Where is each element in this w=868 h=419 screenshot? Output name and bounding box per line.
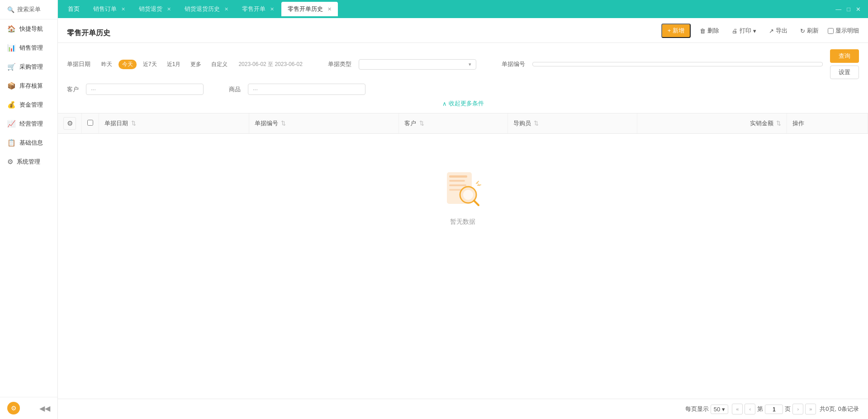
- page-nav: « ‹ 第 1 页 › »: [732, 404, 816, 414]
- page-size-dropdown[interactable]: 50 ▾: [711, 405, 728, 414]
- tab-retail-open[interactable]: 零售开单 ✕: [236, 2, 280, 16]
- sidebar: 🔍 搜索采单 🏠 快捷导航 📊 销售管理 🛒 采购管理 📦 库存核算 💰 资金管…: [0, 0, 58, 419]
- page-number-input[interactable]: 1: [765, 405, 783, 414]
- sidebar-item-base-info[interactable]: 📋 基础信息: [0, 133, 57, 152]
- date-btn-today[interactable]: 今天: [119, 60, 137, 69]
- page-suffix-label: 页: [785, 405, 791, 413]
- guide-sort-icon[interactable]: ⇅: [534, 120, 539, 127]
- col-date: 单据日期 ⇅: [99, 113, 249, 134]
- filter-settings-button[interactable]: 设置: [830, 66, 859, 79]
- sidebar-item-system[interactable]: ⚙ 系统管理: [0, 152, 57, 171]
- system-icon: ⚙: [7, 158, 13, 166]
- col-customer: 客户 ⇅: [399, 113, 508, 134]
- tab-sales-return-close[interactable]: ✕: [167, 6, 171, 12]
- goods-input[interactable]: ···: [248, 84, 365, 95]
- sidebar-nav: 🏠 快捷导航 📊 销售管理 🛒 采购管理 📦 库存核算 💰 资金管理 📈 经营管…: [0, 19, 57, 397]
- tab-sales-order[interactable]: 销售订单 ✕: [87, 2, 132, 16]
- collapse-sidebar-button[interactable]: ◀◀: [39, 404, 50, 413]
- select-all-checkbox[interactable]: [87, 120, 93, 126]
- sidebar-item-label: 资金管理: [19, 101, 43, 109]
- tab-sales-return-label: 销货退货: [139, 5, 162, 13]
- table-settings-button[interactable]: ⚙: [63, 117, 76, 130]
- customer-input[interactable]: ···: [86, 84, 204, 95]
- prev-page-button[interactable]: ‹: [745, 404, 755, 414]
- table-header-row: ⚙ 单据日期 ⇅ 单据编号 ⇅ 客户 ⇅: [58, 113, 868, 134]
- svg-rect-3: [449, 184, 466, 186]
- sidebar-item-finance[interactable]: 💰 资金管理: [0, 95, 57, 114]
- query-button[interactable]: 查询: [830, 49, 859, 63]
- date-btn-1month[interactable]: 近1月: [163, 60, 185, 69]
- print-button[interactable]: 🖨 打印 ▾: [728, 25, 760, 37]
- customer-placeholder: ···: [91, 86, 96, 93]
- page-prefix-label: 第: [757, 405, 763, 413]
- tab-sales-return-history-close[interactable]: ✕: [224, 6, 228, 12]
- date-btn-yesterday[interactable]: 昨天: [98, 60, 116, 69]
- export-icon: ↗: [769, 28, 774, 34]
- customer-sort-icon[interactable]: ⇅: [419, 120, 424, 127]
- sidebar-item-operations[interactable]: 📈 经营管理: [0, 114, 57, 133]
- svg-rect-1: [449, 175, 467, 178]
- date-btn-7days[interactable]: 近7天: [139, 60, 161, 69]
- tab-retail-open-history-close[interactable]: ✕: [327, 6, 332, 12]
- svg-point-6: [463, 190, 473, 200]
- inventory-icon: 📦: [7, 82, 16, 90]
- page-header: 零售开单历史 + 新增 🗑 删除 🖨 打印 ▾ ↗ 导出 ↻ 刷新 显: [58, 18, 868, 43]
- sidebar-item-sales-mgmt[interactable]: 📊 销售管理: [0, 38, 57, 57]
- number-sort-icon[interactable]: ⇅: [281, 120, 286, 127]
- filter-row-1: 单据日期 昨天 今天 近7天 近1月 更多 自定义 2023-06-02 至 2…: [67, 49, 859, 79]
- refresh-button[interactable]: ↻ 刷新: [797, 25, 822, 37]
- tab-sales-return-history-label: 销货退货历史: [185, 5, 220, 13]
- tab-sales-order-close[interactable]: ✕: [121, 6, 125, 12]
- window-minimize[interactable]: —: [835, 6, 841, 13]
- header-actions: + 新增 🗑 删除 🖨 打印 ▾ ↗ 导出 ↻ 刷新 显示明细: [661, 24, 859, 42]
- last-page-button[interactable]: »: [805, 404, 816, 414]
- type-select-chevron: ▾: [469, 61, 471, 67]
- table-container: ⚙ 单据日期 ⇅ 单据编号 ⇅ 客户 ⇅: [58, 113, 868, 399]
- date-sort-icon[interactable]: ⇅: [131, 120, 136, 127]
- tab-retail-open-history[interactable]: 零售开单历史 ✕: [281, 2, 338, 16]
- window-maximize[interactable]: □: [847, 6, 850, 13]
- tab-retail-open-close[interactable]: ✕: [270, 6, 274, 12]
- sidebar-item-inventory[interactable]: 📦 库存核算: [0, 76, 57, 95]
- show-detail-checkbox-label[interactable]: 显示明细: [828, 27, 859, 35]
- sidebar-footer: ⚙ ◀◀: [0, 397, 57, 419]
- sidebar-item-label: 经营管理: [19, 120, 43, 128]
- sidebar-item-purchase-mgmt[interactable]: 🛒 采购管理: [0, 57, 57, 76]
- date-btn-custom[interactable]: 自定义: [208, 60, 231, 69]
- tab-sales-return-history[interactable]: 销货退货历史 ✕: [178, 2, 235, 16]
- next-page-button[interactable]: ›: [792, 404, 803, 414]
- total-info: 共0页, 0条记录: [820, 405, 859, 413]
- number-input[interactable]: [532, 62, 823, 66]
- export-button[interactable]: ↗ 导出: [765, 25, 791, 37]
- type-select[interactable]: ▾: [359, 59, 476, 70]
- delete-button[interactable]: 🗑 删除: [696, 25, 723, 37]
- filter-area: 单据日期 昨天 今天 近7天 近1月 更多 自定义 2023-06-02 至 2…: [58, 43, 868, 113]
- sidebar-item-label: 系统管理: [17, 158, 40, 166]
- sidebar-item-label: 销售管理: [19, 44, 43, 52]
- tab-home[interactable]: 首页: [62, 2, 86, 16]
- tab-sales-order-label: 销售订单: [93, 5, 117, 13]
- show-detail-checkbox[interactable]: [828, 28, 834, 34]
- add-button[interactable]: + 新增: [661, 24, 691, 38]
- sidebar-item-label: 采购管理: [19, 63, 43, 71]
- purchase-icon: 🛒: [7, 63, 16, 71]
- sidebar-search-label: 搜索采单: [17, 5, 41, 14]
- svg-line-7: [474, 201, 479, 205]
- tab-bar: 首页 销售订单 ✕ 销货退货 ✕ 销货退货历史 ✕ 零售开单 ✕ 零售开单历史 …: [58, 0, 868, 18]
- sidebar-search[interactable]: 🔍 搜索采单: [0, 0, 57, 19]
- collapse-label: 收起更多条件: [449, 99, 484, 108]
- tab-home-label: 首页: [68, 5, 80, 13]
- amount-sort-icon[interactable]: ⇅: [776, 120, 781, 127]
- sidebar-item-label: 库存核算: [19, 82, 43, 90]
- main-content: 首页 销售订单 ✕ 销货退货 ✕ 销货退货历史 ✕ 零售开单 ✕ 零售开单历史 …: [58, 0, 868, 419]
- first-page-button[interactable]: «: [732, 404, 743, 414]
- window-close[interactable]: ✕: [856, 6, 861, 13]
- filter-actions: 查询 设置: [830, 49, 859, 79]
- tab-bar-right: — □ ✕: [835, 6, 864, 13]
- sidebar-item-label: 基础信息: [19, 139, 43, 147]
- sidebar-item-quick-nav[interactable]: 🏠 快捷导航: [0, 19, 57, 38]
- collapse-more-button[interactable]: ∧ 收起更多条件: [67, 98, 859, 109]
- gear-button[interactable]: ⚙: [7, 402, 20, 414]
- tab-sales-return[interactable]: 销货退货 ✕: [133, 2, 177, 16]
- date-btn-more[interactable]: 更多: [187, 60, 205, 69]
